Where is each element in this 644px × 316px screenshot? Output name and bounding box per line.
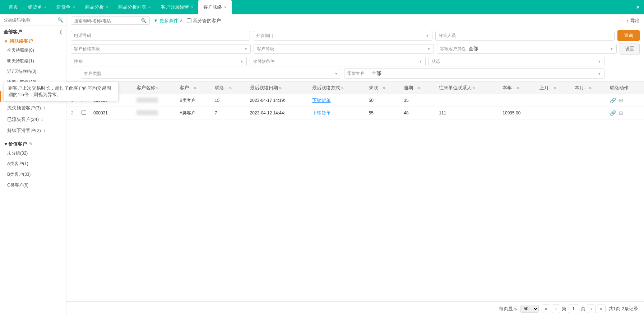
row-this-year-0 xyxy=(499,94,536,107)
sidebar-search-icon[interactable]: 🔍 xyxy=(57,17,63,23)
sidebar-item-b-class[interactable]: B类客户(33) xyxy=(0,169,66,180)
action-grid-icon-1[interactable]: ⊞ xyxy=(619,110,623,116)
sort-date-icon: ⇅ xyxy=(279,86,282,90)
customer-grade-chevron: ▼ xyxy=(427,47,431,51)
row-checkbox-1[interactable] xyxy=(78,107,90,119)
price-grade-filter[interactable]: 客户价格等级 ▼ xyxy=(71,44,251,54)
action-grid-icon-0[interactable]: ⊞ xyxy=(619,98,623,103)
last-page-btn[interactable]: » xyxy=(597,305,606,313)
all-customers-header[interactable]: 全部客户 ❮ xyxy=(0,26,66,37)
search-icon[interactable]: 🔍 xyxy=(141,18,147,23)
person-filter[interactable]: 分管人员 ··· xyxy=(435,31,615,41)
close-customer-contact-tab[interactable]: × xyxy=(224,5,226,9)
th-last-contact-date[interactable]: 最后联络日期⇅ xyxy=(246,82,309,94)
action-link-icon-1[interactable]: 🔗 xyxy=(610,110,616,116)
th-uncontacted[interactable]: 未联...⇅ xyxy=(365,82,400,94)
dept-filter[interactable]: 分管部门 ▼ xyxy=(253,31,432,41)
expand-tri-icon: ▼ xyxy=(4,39,8,44)
status-filter[interactable]: 状态 ▼ xyxy=(428,57,604,66)
first-page-btn[interactable]: « xyxy=(542,305,550,313)
customer-table: ⚙ 客户编码⇅ 客户名称⇅ 客户...⇅ 联络...⇅ 最后联络日期⇅ 最后联络… xyxy=(66,82,644,119)
action-link-icon-0[interactable]: 🔗 xyxy=(610,98,616,103)
nav-home[interactable]: 首页 xyxy=(4,0,23,14)
sidebar-item-declining[interactable]: 持续下滑客户(2) ℹ xyxy=(0,125,66,136)
customer-grade-filter[interactable]: 客户等级 ▼ xyxy=(254,44,434,54)
retail-customer-filter[interactable]: 零散客户 全部 ▼ xyxy=(344,69,604,79)
query-button[interactable]: 查询 xyxy=(617,30,640,41)
row-last-way-1[interactable]: 下销货单 xyxy=(309,107,365,119)
close-product-list-tab[interactable]: × xyxy=(148,5,150,9)
retail-customer-chevron: ▼ xyxy=(598,72,601,76)
filter-row-4: ... 客户类型 ▼ 零散客户 全部 ▼ xyxy=(71,69,640,79)
row-this-month-1 xyxy=(571,107,606,119)
th-name[interactable]: 客户名称⇅ xyxy=(133,82,176,94)
th-customer-type[interactable]: 客户...⇅ xyxy=(176,82,211,94)
pending-contact-group[interactable]: ▼ 待联络客户 xyxy=(0,37,66,45)
page-size-select[interactable]: 50 100 200 xyxy=(520,305,539,313)
retail-attr-filter[interactable]: 零散客户属性 全部 ▼ xyxy=(437,44,617,54)
nav-product-analysis[interactable]: 商品分析 × xyxy=(80,0,113,14)
close-customer-tier-tab[interactable]: × xyxy=(191,5,193,9)
sidebar-search-box[interactable]: 🔍 xyxy=(0,14,66,26)
row-last-way-0[interactable]: 下销货单 xyxy=(309,94,365,107)
nav-sales[interactable]: 销货单 × xyxy=(23,0,51,14)
more-conditions-btn[interactable]: ▼ 更多条件 ∧ xyxy=(153,18,183,24)
retail-attr-chevron: ▼ xyxy=(610,47,613,51)
sidebar-item-today[interactable]: 今天待联络(0) xyxy=(0,45,66,56)
nav-purchase[interactable]: 进货单 × xyxy=(51,0,80,14)
edit-icon[interactable]: ✎ xyxy=(29,142,32,146)
close-product-analysis-tab[interactable]: × xyxy=(106,5,108,9)
nav-customer-tier[interactable]: 客户分层经营 × xyxy=(156,0,198,14)
sidebar-search-input[interactable] xyxy=(4,18,57,23)
payment-filter[interactable]: 收付款条件 ▼ xyxy=(250,57,426,66)
th-this-month[interactable]: 本月...⇅ xyxy=(571,82,606,94)
row-contact-count-1: 7 xyxy=(211,107,246,119)
window-close-button[interactable]: × xyxy=(636,4,640,10)
th-action: 联络动作 xyxy=(606,82,644,94)
th-last-month[interactable]: 上月...⇅ xyxy=(536,82,571,94)
nav-product-list[interactable]: 商品分析列表 × xyxy=(113,0,156,14)
th-contact-count[interactable]: 联络...⇅ xyxy=(211,82,246,94)
page-input[interactable] xyxy=(568,305,579,313)
value-customer-group[interactable]: ▼ 价值客户 ✎ xyxy=(0,140,66,148)
th-unit-contact[interactable]: 往来单位联系人⇅ xyxy=(435,82,499,94)
my-customer-checkbox[interactable]: 我分管的客户 xyxy=(187,18,221,24)
customer-type-filter[interactable]: 客户类型 ▼ xyxy=(81,69,341,79)
row-uncontacted-0: 50 xyxy=(365,94,400,107)
th-overdue[interactable]: 逾期...⇅ xyxy=(400,82,435,94)
sidebar: 🔍 全部客户 ❮ ▼ 待联络客户 今天待联络(0) 明天待联络(1) 近7天待联… xyxy=(0,14,66,316)
th-this-year[interactable]: 本年...⇅ xyxy=(499,82,536,94)
next-page-btn[interactable]: › xyxy=(587,305,596,313)
my-customer-check[interactable] xyxy=(187,18,191,23)
setting-button[interactable]: 设置 xyxy=(620,43,640,55)
person-more[interactable]: ··· xyxy=(607,33,611,38)
close-purchase-tab[interactable]: × xyxy=(73,5,75,9)
sidebar-item-c-class[interactable]: C类客户(6) xyxy=(0,180,66,191)
collapse-icon[interactable]: ❮ xyxy=(59,29,62,34)
gender-filter[interactable]: 性别 ▼ xyxy=(71,57,247,66)
th-last-contact-way[interactable]: 最后联络方式⇅ xyxy=(309,82,365,94)
sidebar-item-ungrouped[interactable]: 未分组(32) xyxy=(0,148,66,159)
export-button[interactable]: ↑ 导出 xyxy=(627,18,640,24)
sidebar-item-tomorrow[interactable]: 明天待联络(1) xyxy=(0,56,66,67)
retail-attr-label: 零散客户属性 xyxy=(440,46,466,52)
dept-chevron: ▼ xyxy=(426,34,429,38)
search-box[interactable]: 🔍 xyxy=(71,16,150,25)
row-num-1: 2 xyxy=(66,107,78,119)
more-dot-btn[interactable]: ... xyxy=(71,71,78,76)
nav-customer-contact[interactable]: 客户联络 × xyxy=(198,0,231,14)
sidebar-item-7days[interactable]: 近7天待联络(0) xyxy=(0,66,66,77)
tooltip-text: 距客户上次交易时长，超过了此客户的平均交易周期的1.5倍，则视为异常。 xyxy=(8,85,111,97)
prev-page-btn[interactable]: ‹ xyxy=(552,305,560,313)
expand-tri2-icon: ▼ xyxy=(4,141,8,147)
close-sales-tab[interactable]: × xyxy=(44,5,46,9)
sidebar-item-a-class[interactable]: A类客户(1) xyxy=(0,159,66,169)
sort-type-icon: ⇅ xyxy=(194,86,196,90)
search-input[interactable] xyxy=(74,18,139,23)
sidebar-item-churn-warning[interactable]: 流失预警客户(3) ℹ xyxy=(0,102,66,114)
sidebar-item-churned[interactable]: 已流失客户(24) ℹ xyxy=(0,114,66,125)
page-size-dropdown[interactable]: 50 100 200 xyxy=(520,305,539,313)
page-end-label: 页 xyxy=(581,306,585,312)
phone-filter[interactable]: 电话号码 xyxy=(71,31,250,41)
export-icon: ↑ xyxy=(627,18,629,23)
